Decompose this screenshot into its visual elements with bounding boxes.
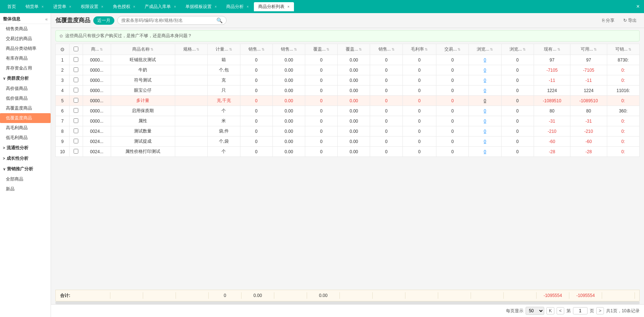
select-all-checkbox[interactable] [74, 47, 78, 51]
row-checkbox-cell[interactable] [69, 147, 83, 157]
page-number-input[interactable] [573, 307, 588, 314]
row-checkbox[interactable] [74, 78, 78, 82]
view-link[interactable]: 0 [469, 116, 501, 126]
prev-page-button[interactable]: < [557, 307, 564, 314]
close-icon[interactable]: × [215, 5, 217, 9]
sidebar-item-sales-products[interactable]: 销售类商品 [0, 24, 51, 34]
filter-recent-month-button[interactable]: 近一月 [93, 16, 114, 25]
view-link[interactable]: 0 [469, 86, 501, 96]
nav-home[interactable]: 首页 [3, 2, 20, 11]
sales-amt-column-header[interactable]: 销售...⇅ [272, 44, 305, 55]
view-link[interactable]: 0 [469, 136, 501, 147]
view-link[interactable]: 0 [469, 106, 501, 116]
row-checkbox[interactable] [74, 139, 78, 143]
close-icon[interactable]: × [69, 5, 71, 9]
row-checkbox[interactable] [74, 88, 78, 92]
total-pages-info: 共1页，10条记录 [606, 308, 640, 314]
export-button[interactable]: ↻ 导出 [620, 16, 640, 25]
sidebar-item-high-coverage[interactable]: 高覆盖度商品 [0, 103, 51, 113]
settings-icon[interactable]: ⚙ [60, 47, 65, 52]
share-button[interactable]: ⎘ 分享 [599, 16, 617, 25]
sidebar-item-low-coverage[interactable]: 低覆盖度商品 [0, 113, 51, 123]
next-page-button[interactable]: > [596, 307, 604, 314]
current-column-header[interactable]: 现有...⇅ [534, 44, 570, 55]
nav-role-auth[interactable]: 角色授权 × [109, 2, 140, 11]
footer-spacer4 [176, 292, 209, 299]
per-page-select[interactable]: 50 100 200 [526, 307, 544, 315]
search-input[interactable] [121, 18, 216, 23]
nav-product-analysis-list[interactable]: 商品分析列表 × [254, 2, 294, 11]
close-icon[interactable]: × [42, 5, 44, 9]
sidebar-item-category-sales-rate[interactable]: 商品分类动销率 [0, 44, 51, 54]
sidebar-item-high-margin[interactable]: 高毛利商品 [0, 123, 51, 133]
spec-column-header[interactable]: 规格...⇅ [175, 44, 208, 55]
sidebar-item-all-products[interactable]: 全部商品 [0, 174, 51, 184]
sidebar-collapse-button[interactable]: « [45, 17, 48, 22]
close-icon[interactable]: × [287, 5, 290, 9]
close-icon[interactable]: × [174, 5, 176, 9]
close-icon[interactable]: × [101, 5, 103, 9]
view-link[interactable]: 0 [469, 75, 501, 86]
nav-template-settings[interactable]: 单据模板设置 × [181, 2, 221, 11]
code-column-header[interactable]: 商...⇅ [83, 44, 111, 55]
row-checkbox[interactable] [74, 98, 78, 103]
row-checkbox-cell[interactable] [69, 55, 83, 65]
nav-permission-settings[interactable]: 权限设置 × [76, 2, 108, 11]
view-link[interactable]: 0 [469, 65, 501, 75]
row-checkbox[interactable] [74, 67, 78, 72]
row-checkbox[interactable] [74, 57, 78, 62]
row-checkbox-cell[interactable] [69, 75, 83, 86]
available-column-header[interactable]: 可用...⇅ [570, 44, 607, 55]
settings-column-header[interactable]: ⚙ [56, 44, 70, 55]
main-layout: 整体信息 « 销售类商品 交易过的商品 商品分类动销率 有库存商品 库存资金占用… [0, 13, 644, 317]
trade-column-header[interactable]: 交易...⇅ [436, 44, 469, 55]
sales-qty-column-header[interactable]: 销售...⇅ [240, 44, 272, 55]
row-checkbox-cell[interactable] [69, 65, 83, 75]
nav-sales-order[interactable]: 销货单 × [21, 2, 48, 11]
cover2-column-header[interactable]: 覆盖...⇅ [338, 44, 370, 55]
sidebar-item-low-value[interactable]: 低价值商品 [0, 94, 51, 103]
nav-purchase-order[interactable]: 进货单 × [49, 2, 76, 11]
sidebar-section-circulation[interactable]: > 流通性分析 [0, 143, 51, 153]
cover1-column-header[interactable]: 覆盖...⇅ [305, 44, 338, 55]
sidebar-item-inventory-capital[interactable]: 库存资金占用 [0, 63, 51, 73]
row-checkbox-cell[interactable] [69, 116, 83, 126]
row-checkbox[interactable] [74, 108, 78, 113]
row-checkbox-cell[interactable] [69, 136, 83, 147]
margin-column-header[interactable]: 毛利率⇅ [402, 44, 436, 55]
sidebar-item-new-products[interactable]: 新品 [0, 184, 51, 194]
close-icon[interactable]: × [247, 5, 249, 9]
row-checkbox-cell[interactable] [69, 86, 83, 96]
nav-product-warehouse[interactable]: 产成品入库单 × [140, 2, 180, 11]
view2-column-header[interactable]: 浏览...⇅ [501, 44, 534, 55]
close-icon[interactable]: × [133, 5, 136, 9]
name-column-header[interactable]: 商品名称⇅ [111, 44, 175, 55]
table-footer: 合计: 0 0.00 0.00 -1095554 -1095554 [55, 290, 640, 301]
sidebar-item-high-value[interactable]: 高价值商品 [0, 84, 51, 94]
view1-column-header[interactable]: 浏览...⇅ [469, 44, 501, 55]
horizontal-scrollbar[interactable] [55, 301, 640, 304]
first-page-button[interactable]: K [546, 307, 554, 314]
top-navigation: 首页 销货单 × 进货单 × 权限设置 × 角色授权 × 产成品入库单 × 单据… [0, 0, 644, 13]
row-checkbox[interactable] [74, 118, 78, 123]
row-checkbox[interactable] [74, 128, 78, 133]
saleable-column-header[interactable]: 可销...⇅ [607, 44, 639, 55]
row-checkbox-cell[interactable] [69, 126, 83, 136]
sidebar-item-traded-products[interactable]: 交易过的商品 [0, 34, 51, 44]
view-link[interactable]: 0 [469, 96, 501, 106]
view-link[interactable]: 0 [469, 126, 501, 136]
unit-column-header[interactable]: 计量...⇅ [208, 44, 240, 55]
row-checkbox-cell[interactable] [69, 96, 83, 106]
view-link[interactable]: 0 [469, 147, 501, 157]
sidebar-section-cluster-analysis[interactable]: ∨ 类群度分析 [0, 73, 51, 84]
window-close-button[interactable]: × [635, 2, 641, 11]
nav-product-analysis[interactable]: 商品分析 × [222, 2, 253, 11]
sidebar-item-stocked-products[interactable]: 有库存商品 [0, 54, 51, 63]
sales3-column-header[interactable]: 销售...⇅ [370, 44, 402, 55]
sidebar-section-growth[interactable]: > 成长性分析 [0, 153, 51, 164]
row-checkbox-cell[interactable] [69, 106, 83, 116]
sidebar-section-marketing[interactable]: ∨ 营销推广分析 [0, 164, 51, 174]
row-checkbox[interactable] [74, 149, 78, 154]
sidebar-item-low-margin[interactable]: 低毛利商品 [0, 133, 51, 143]
view-link[interactable]: 0 [469, 55, 501, 65]
